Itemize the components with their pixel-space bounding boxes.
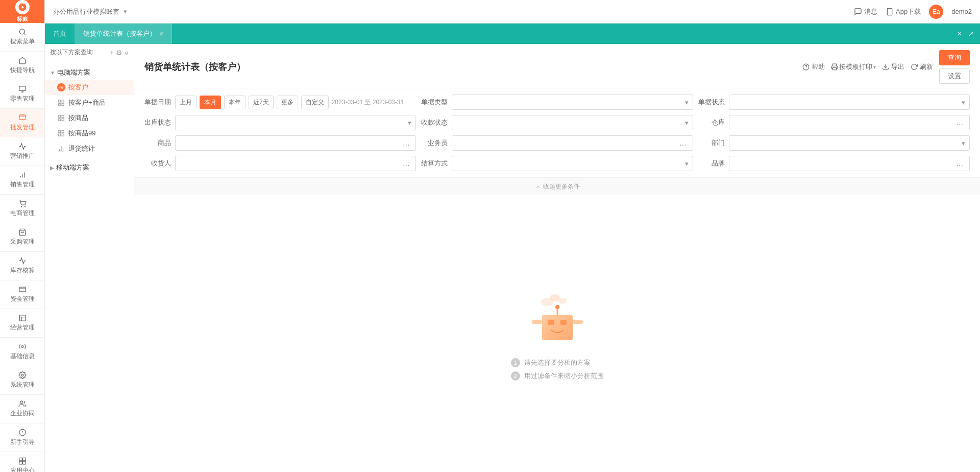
- date-btn-this-year[interactable]: 本年: [224, 96, 246, 109]
- sidebar-label-inventory: 库存核算: [10, 266, 35, 275]
- svg-rect-22: [62, 100, 64, 102]
- scheme-item-by-product-99[interactable]: 按商品99: [45, 126, 134, 141]
- sidebar-item-operation[interactable]: 经营管理: [0, 309, 44, 338]
- svg-point-13: [20, 401, 22, 404]
- sidebar-item-wholesale[interactable]: 批发管理: [0, 109, 44, 137]
- tab-current[interactable]: 销货单统计表（按客户） ×: [75, 23, 172, 44]
- scheme-group-mobile: ▶ 移动端方案: [45, 158, 134, 177]
- collapse-bar[interactable]: 收起更多条件: [134, 178, 980, 195]
- sidebar-item-purchase[interactable]: 采购管理: [0, 223, 44, 252]
- warehouse-dots[interactable]: ...: [954, 118, 965, 127]
- sidebar-item-sales[interactable]: 销售管理: [0, 166, 44, 195]
- consignee-dots[interactable]: ...: [401, 159, 411, 168]
- date-btn-custom[interactable]: 自定义: [301, 96, 329, 109]
- settlement-select[interactable]: ▾: [452, 156, 693, 171]
- consignee-label: 收货人: [144, 159, 175, 168]
- department-select[interactable]: ▾: [729, 135, 970, 151]
- scheme-group-mobile-header[interactable]: ▶ 移动端方案: [45, 160, 134, 175]
- tab-home[interactable]: 首页: [45, 23, 75, 44]
- tab-close-icon[interactable]: ×: [159, 30, 163, 37]
- filter-date-group: 上月 本月 本年 近7天 更多 自定义 2023-03-01 至 2023-03…: [175, 96, 416, 109]
- svg-rect-16: [22, 458, 26, 461]
- scheme-settings-icon[interactable]: ⚙: [116, 49, 122, 57]
- scheme-item-by-customer[interactable]: 按 按客户: [45, 80, 134, 95]
- sidebar: 标账 搜索菜单 快捷导航 零售管理 批发管理 营销推广 销售管理 电商管理 采购…: [0, 0, 45, 472]
- message-icon: [854, 8, 862, 16]
- message-btn[interactable]: 消息: [854, 7, 877, 16]
- svg-point-7: [24, 206, 25, 207]
- sidebar-item-marketing[interactable]: 营销推广: [0, 137, 44, 166]
- svg-rect-49: [573, 320, 583, 324]
- filter-cell-consignee: 收货人 ...: [144, 156, 416, 171]
- user-avatar[interactable]: Ea: [929, 5, 943, 19]
- header-left: 办公用品行业模拟账套 ▾: [53, 7, 127, 16]
- sidebar-item-finance[interactable]: 资金管理: [0, 280, 44, 309]
- salesman-dots[interactable]: ...: [677, 138, 688, 148]
- sidebar-label-marketing: 营销推广: [10, 152, 35, 160]
- page-content: 按以下方案查询 + ⚙ « ▼ 电脑端方案 按 按客户: [45, 44, 980, 472]
- product-dots[interactable]: ...: [401, 138, 411, 148]
- app-download-btn[interactable]: App下载: [886, 7, 921, 16]
- export-btn[interactable]: 导出: [882, 62, 904, 72]
- collapse-icon: [535, 184, 541, 190]
- settings-button[interactable]: 设置: [939, 68, 970, 84]
- salesman-select[interactable]: ...: [452, 135, 693, 151]
- sidebar-item-retail[interactable]: 零售管理: [0, 80, 44, 109]
- empty-tip-1: 1 请先选择要分析的方案: [511, 358, 604, 367]
- scheme-item-label-by-customer: 按客户: [68, 83, 88, 92]
- header-title: 办公用品行业模拟账套: [53, 7, 119, 16]
- warehouse-select[interactable]: ...: [729, 115, 970, 130]
- order-status-select[interactable]: ▾: [729, 95, 970, 110]
- sidebar-item-app-center[interactable]: 应用中心: [0, 452, 44, 472]
- scheme-group-pc-header[interactable]: ▼ 电脑端方案: [45, 65, 134, 80]
- sidebar-item-inventory[interactable]: 库存核算: [0, 252, 44, 280]
- receipt-status-select[interactable]: ▾: [452, 115, 693, 130]
- date-btn-7days[interactable]: 近7天: [249, 96, 274, 109]
- refresh-btn[interactable]: 刷新: [911, 62, 933, 72]
- svg-point-42: [558, 298, 567, 304]
- export-label: 导出: [891, 62, 904, 72]
- print-btn[interactable]: 按模板打印 ▾: [831, 62, 876, 72]
- filter-cell-receipt-status: 收款状态 ▾: [421, 115, 693, 130]
- scheme-header: 按以下方案查询 + ⚙ «: [45, 44, 134, 61]
- scheme-add-icon[interactable]: +: [110, 49, 114, 57]
- scheme-item-by-customer-product[interactable]: 按客户+商品: [45, 95, 134, 110]
- scheme-item-icon-grid3: [57, 129, 65, 137]
- sidebar-label-sales: 销售管理: [10, 180, 35, 189]
- sidebar-item-basic[interactable]: 基础信息: [0, 338, 44, 366]
- dropdown-arrow[interactable]: ▾: [124, 8, 127, 15]
- department-arrow: ▾: [962, 139, 965, 147]
- date-btn-this-month[interactable]: 本月: [200, 96, 221, 109]
- out-status-label: 出库状态: [144, 118, 175, 127]
- order-type-select[interactable]: ▾: [452, 95, 693, 110]
- sidebar-item-guide[interactable]: 新手引导: [0, 423, 44, 452]
- sidebar-item-ecommerce[interactable]: 电商管理: [0, 195, 44, 223]
- date-btn-last-month[interactable]: 上月: [175, 96, 197, 109]
- app-logo[interactable]: 标账: [0, 0, 45, 23]
- consignee-select[interactable]: ...: [175, 156, 416, 171]
- brand-select[interactable]: ...: [729, 156, 970, 171]
- product-select[interactable]: ...: [175, 135, 416, 151]
- query-button[interactable]: 查询: [939, 50, 970, 65]
- date-btn-more[interactable]: 更多: [277, 96, 298, 109]
- sidebar-item-system[interactable]: 系统管理: [0, 366, 44, 395]
- filter-cell-brand: 品牌 ...: [698, 156, 970, 171]
- sidebar-item-search[interactable]: 搜索菜单: [0, 23, 44, 52]
- tab-expand-btn[interactable]: ⤢: [966, 28, 976, 40]
- svg-rect-43: [542, 315, 573, 340]
- scheme-item-return-stats[interactable]: 退货统计: [45, 141, 134, 156]
- sidebar-item-cooperation[interactable]: 企业协同: [0, 395, 44, 423]
- scheme-item-by-product[interactable]: 按商品: [45, 110, 134, 126]
- scheme-collapse-icon[interactable]: «: [125, 49, 129, 57]
- refresh-icon: [911, 63, 918, 70]
- print-dropdown-icon[interactable]: ▾: [873, 64, 876, 70]
- sidebar-item-quick-nav[interactable]: 快捷导航: [0, 52, 44, 80]
- out-status-select[interactable]: ▾: [175, 115, 416, 130]
- svg-rect-32: [62, 134, 64, 136]
- brand-dots[interactable]: ...: [954, 159, 965, 168]
- tab-close-btn[interactable]: ×: [955, 28, 964, 40]
- sidebar-label-operation: 经营管理: [10, 323, 35, 332]
- user-name[interactable]: demo2: [951, 8, 972, 15]
- help-btn[interactable]: 帮助: [802, 62, 825, 72]
- sidebar-label-retail: 零售管理: [10, 95, 35, 103]
